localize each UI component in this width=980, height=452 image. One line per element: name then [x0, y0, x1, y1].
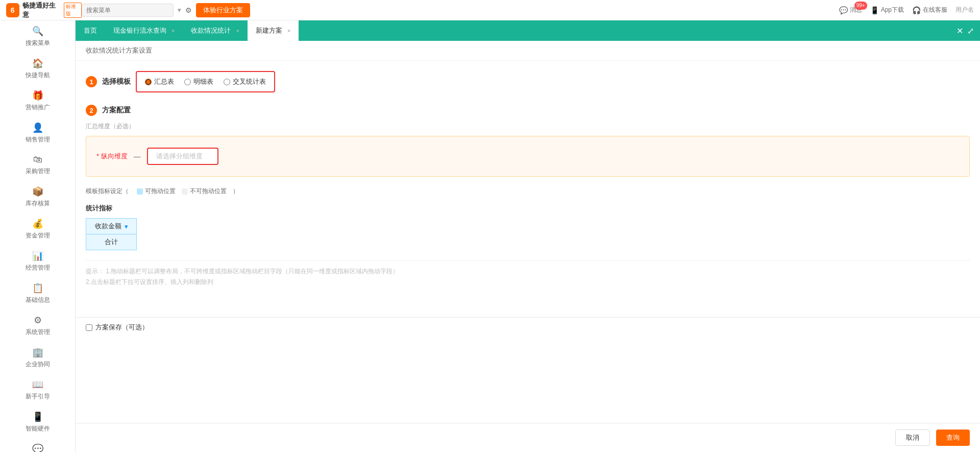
- message-icon: 💬: [839, 6, 848, 14]
- enterprise-icon: 🏢: [32, 347, 43, 358]
- radio-cross[interactable]: 交叉统计表: [224, 77, 266, 86]
- sidebar-item-guide[interactable]: 📖 新手引导: [0, 374, 75, 406]
- tip-line-0: 提示： 1.拖动标题栏可以调整布局，不可跨维度或指标区域拖动栏目字段（只能在同一…: [86, 267, 970, 276]
- step1-num: 1: [86, 76, 97, 87]
- legend-item-blue: 可拖动位置: [137, 187, 176, 196]
- radio-detail[interactable]: 明细表: [184, 77, 213, 86]
- sidebar-label-inventory: 库存核算: [26, 199, 50, 208]
- metrics-section: 模板指标设定（ 可拖动位置 不可拖动位置: [86, 187, 970, 250]
- metrics-col-0: 收款金额 ▾ 合计: [86, 218, 137, 250]
- sidebar-label-sales: 销售管理: [26, 135, 50, 144]
- arrow-icon: —: [134, 152, 141, 160]
- radio-detail-input[interactable]: [184, 79, 191, 85]
- metrics-label-end: ）: [233, 187, 239, 196]
- sidebar-label-system: 系统管理: [26, 328, 50, 337]
- service-button[interactable]: 🎧 在线客服: [912, 6, 947, 14]
- tab-receipt-label: 收款情况统计: [191, 26, 231, 35]
- query-button[interactable]: 查询: [936, 430, 970, 446]
- save-option[interactable]: 方案保存（可选）: [86, 323, 149, 332]
- industry-button[interactable]: 体验行业方案: [196, 3, 250, 17]
- purchase-icon: 🛍: [33, 154, 42, 165]
- metrics-category: 统计指标 收款金额 ▾ 合计: [86, 201, 137, 250]
- sidebar-item-enterprise[interactable]: 🏢 企业协同: [0, 342, 75, 374]
- tab-newplan-label: 新建方案: [256, 26, 282, 35]
- sidebar-item-basic[interactable]: 📋 基础信息: [0, 277, 75, 310]
- tab-newplan-close[interactable]: ×: [287, 28, 290, 34]
- tab-close-icon[interactable]: ✕: [957, 26, 963, 36]
- metrics-col-header-text-0: 收款金额: [95, 222, 121, 231]
- sidebar-item-search[interactable]: 🔍 搜索菜单: [0, 20, 75, 53]
- user-name[interactable]: 用户名: [955, 6, 974, 14]
- metrics-config-label: 模板指标设定（: [86, 187, 129, 196]
- download-icon: 📱: [870, 6, 879, 14]
- dropdown-icon[interactable]: ▾: [178, 6, 181, 14]
- sidebar-item-purchase[interactable]: 🛍 采购管理: [0, 149, 75, 181]
- dimension-row-label: * 纵向维度: [96, 152, 128, 161]
- service-icon: 🎧: [912, 6, 921, 14]
- metrics-table-area: 统计指标 收款金额 ▾ 合计: [86, 201, 970, 250]
- save-label: 方案保存（可选）: [95, 323, 149, 332]
- tab-controls: ✕ ⤢: [950, 26, 980, 36]
- tab-cashflow[interactable]: 现金银行流水查询 ×: [105, 20, 183, 41]
- sidebar-item-inventory[interactable]: 📦 库存核算: [0, 181, 75, 213]
- step2-section: 2 方案配置 汇总维度（必选） * 纵向维度 —: [86, 105, 970, 295]
- sidebar-item-finance[interactable]: 💰 资金管理: [0, 213, 75, 245]
- basic-icon: 📋: [32, 282, 43, 294]
- tab-newplan[interactable]: 新建方案 ×: [248, 20, 299, 41]
- top-header: 6 畅捷通好生意 标准版 ▾ ⚙ 体验行业方案 💬 消息 99+ 📱 App下载…: [0, 0, 980, 20]
- tab-home[interactable]: 首页: [76, 20, 105, 41]
- sidebar-item-sales[interactable]: 👤 销售管理: [0, 117, 75, 149]
- version-tag: 标准版: [64, 3, 82, 18]
- tab-receipt[interactable]: 收款情况统计 ×: [183, 20, 247, 41]
- gift-icon: 🎁: [32, 90, 43, 101]
- sales-icon: 👤: [32, 122, 43, 133]
- breadcrumb: 收款情况统计方案设置: [76, 41, 980, 61]
- step1-title: 选择模板: [102, 77, 131, 86]
- guide-icon: 📖: [32, 379, 43, 390]
- dimension-select-box[interactable]: 请选择分组维度: [147, 148, 218, 165]
- radio-summary-input[interactable]: [145, 79, 152, 85]
- dimension-section: 汇总维度（必选） * 纵向维度 — 请选择分组维度: [86, 122, 970, 177]
- logo-text: 畅捷通好生意: [22, 1, 59, 19]
- metrics-col-header-0[interactable]: 收款金额 ▾: [86, 218, 137, 234]
- header-right: 💬 消息 99+ 📱 App下载 🎧 在线客服 用户名: [839, 6, 974, 14]
- step1-header: 1 选择模板 汇总表 明细表: [86, 71, 970, 92]
- tab-cashflow-close[interactable]: ×: [172, 28, 175, 34]
- sidebar: 🔍 搜索菜单 🏠 快捷导航 🎁 营销推广 👤 销售管理 🛍 采购管理 📦 库存核…: [0, 20, 76, 452]
- wechat-icon: 💬: [32, 443, 43, 452]
- tab-receipt-close[interactable]: ×: [236, 28, 239, 34]
- sidebar-item-nav[interactable]: 🏠 快捷导航: [0, 53, 75, 85]
- sidebar-item-system[interactable]: ⚙ 系统管理: [0, 310, 75, 342]
- tab-maximize-icon[interactable]: ⤢: [967, 26, 974, 36]
- radio-cross-input[interactable]: [224, 79, 230, 85]
- download-button[interactable]: 📱 App下载: [870, 6, 904, 14]
- metrics-header: 模板指标设定（ 可拖动位置 不可拖动位置: [86, 187, 970, 196]
- sidebar-item-marketing[interactable]: 🎁 营销推广: [0, 85, 75, 117]
- step1-section: 1 选择模板 汇总表 明细表: [86, 71, 970, 92]
- sidebar-label-search: 搜索菜单: [26, 39, 50, 47]
- metrics-category-label: 统计指标: [86, 201, 137, 216]
- content-area: 首页 现金银行流水查询 × 收款情况统计 × 新建方案 × ✕ ⤢: [76, 20, 980, 452]
- sidebar-label-guide: 新手引导: [26, 392, 50, 401]
- sidebar-label-nav: 快捷导航: [26, 71, 50, 80]
- metrics-col-cell-0-0: 合计: [86, 234, 137, 250]
- tab-home-label: 首页: [84, 26, 97, 35]
- sidebar-item-hardware[interactable]: 📱 智能硬件: [0, 406, 75, 438]
- message-button[interactable]: 💬 消息 99+: [839, 6, 862, 14]
- radio-summary[interactable]: 汇总表: [145, 77, 174, 86]
- logo-area: 6 畅捷通好生意 标准版: [6, 1, 82, 19]
- sidebar-label-hardware: 智能硬件: [26, 424, 50, 433]
- metrics-col-dropdown-0[interactable]: ▾: [125, 223, 128, 230]
- dimension-label-text: 汇总维度（必选）: [86, 123, 135, 130]
- gear-icon[interactable]: ⚙: [185, 6, 192, 14]
- sidebar-item-wechat[interactable]: 💬 企业微信: [0, 438, 75, 452]
- form-content: 1 选择模板 汇总表 明细表: [76, 61, 980, 317]
- dimension-placeholder: 请选择分组维度: [156, 152, 203, 160]
- search-icon: 🔍: [32, 26, 43, 37]
- legend-item-gray: 不可拖动位置: [182, 187, 227, 196]
- sidebar-label-finance: 资金管理: [26, 231, 50, 240]
- sidebar-item-operation[interactable]: 📊 经营管理: [0, 245, 75, 277]
- search-input[interactable]: [82, 4, 174, 17]
- save-checkbox[interactable]: [86, 324, 92, 331]
- cancel-button[interactable]: 取消: [895, 430, 930, 446]
